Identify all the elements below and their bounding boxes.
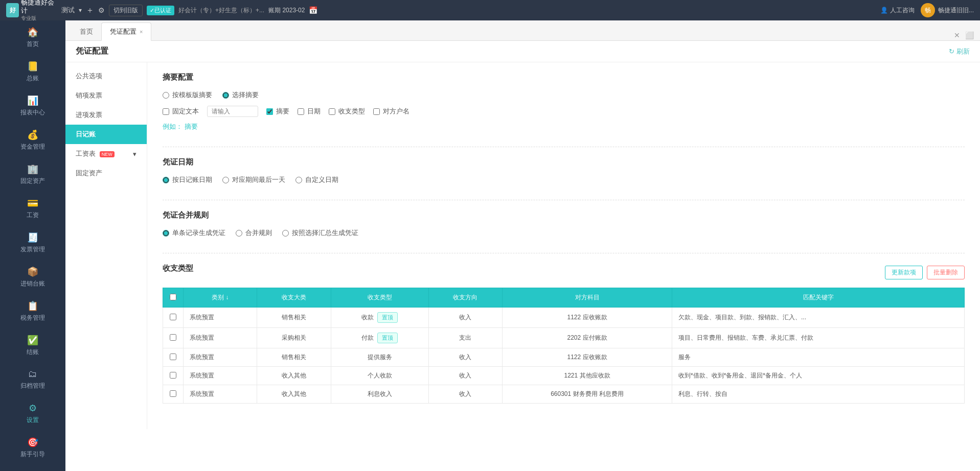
row4-subject: 1221 其他应收款 xyxy=(503,367,672,385)
col-category: 类别 ↓ xyxy=(184,288,257,308)
user-name: 畅捷通旧旧... xyxy=(938,6,974,15)
sidebar-item-assets[interactable]: 🏢 固定资产 xyxy=(0,157,65,192)
radio-selected-summary[interactable]: 按照选择汇总生成凭证 xyxy=(282,228,358,238)
top-tag-btn-row2[interactable]: 置顶 xyxy=(377,333,398,343)
row2-checkbox xyxy=(163,328,184,348)
tab-home-label: 首页 xyxy=(80,28,93,35)
settle-icon: ✅ xyxy=(27,335,38,346)
sidebar-item-funds[interactable]: 💰 资金管理 xyxy=(0,123,65,157)
page-title: 凭证配置 xyxy=(76,46,108,57)
checkbox-date[interactable]: 日期 xyxy=(298,107,321,116)
col-payment-type: 收支类型 xyxy=(331,288,428,308)
top-tag-btn-row1[interactable]: 置顶 xyxy=(377,312,398,323)
row2-keywords: 项目、日常费用、报销款、车费、承兑汇票、付款 xyxy=(672,328,965,348)
sidebar-item-member[interactable]: 👑 畅会员 xyxy=(0,465,65,471)
fixed-text-input[interactable] xyxy=(207,106,258,117)
old-version-button[interactable]: 切到旧版 xyxy=(109,5,143,16)
summary-section: 摘要配置 按模板版摘要 选择摘要 xyxy=(163,73,965,131)
col-counterparty-subject: 对方科目 xyxy=(503,288,672,308)
tabbar: 首页 凭证配置 × ✕ ⬜ xyxy=(65,20,980,41)
invoices-icon: 🧾 xyxy=(27,232,38,243)
row4-direction: 收入 xyxy=(428,367,502,385)
settings-sidebar-icon: ⚙ xyxy=(29,403,37,414)
consult-button[interactable]: 👤 人工咨询 xyxy=(880,6,915,15)
merge-rules-title: 凭证合并规则 xyxy=(163,210,965,220)
update-button[interactable]: 更新款项 xyxy=(885,266,923,279)
sidebar-item-guide[interactable]: 🎯 新手引导 xyxy=(0,431,65,465)
calendar-icon[interactable]: 📅 xyxy=(309,6,317,14)
tab-voucher-config[interactable]: 凭证配置 × xyxy=(101,22,151,41)
add-icon[interactable]: ＋ xyxy=(86,5,94,16)
dropdown-arrow-icon[interactable]: ▾ xyxy=(79,7,82,14)
tab-home[interactable]: 首页 xyxy=(72,23,101,40)
sidebar-label-assets: 固定资产 xyxy=(20,177,45,185)
payment-types-table: 类别 ↓ 收支大类 收支类型 收支方向 xyxy=(163,288,965,404)
radio-period-last[interactable]: 对应期间最后一天 xyxy=(222,175,285,184)
logo-text-block: 畅捷通好会计 专业版 xyxy=(21,0,57,22)
batch-delete-button[interactable]: 批量删除 xyxy=(927,266,965,279)
window-close-icon[interactable]: ✕ xyxy=(954,31,960,39)
col-major-type: 收支大类 xyxy=(257,288,331,308)
select-all-checkbox[interactable] xyxy=(170,294,176,300)
row5-checkbox xyxy=(163,385,184,404)
divider-3 xyxy=(163,253,965,253)
row4-category: 系统预置 xyxy=(184,367,257,385)
col-checkbox xyxy=(163,288,184,308)
consult-icon: 👤 xyxy=(880,7,888,14)
sidebar-item-archive[interactable]: 🗂 归档管理 xyxy=(0,363,65,396)
certified-badge: ✓已认证 xyxy=(147,6,174,15)
radio-single-record[interactable]: 单条记录生成凭证 xyxy=(163,228,225,238)
ledger-icon: 📒 xyxy=(27,61,38,72)
row1-keywords: 欠款、现金、项目款、到款、报销款、汇入、... xyxy=(672,308,965,328)
row2-category: 系统预置 xyxy=(184,328,257,348)
checkbox-payment-type[interactable]: 收支类型 xyxy=(329,107,365,116)
sidebar-item-invoices[interactable]: 🧾 发票管理 xyxy=(0,226,65,260)
sidebar-item-reports[interactable]: 📊 报表中心 xyxy=(0,89,65,123)
left-nav-purchase-invoice[interactable]: 进项发票 xyxy=(65,105,147,125)
sidebar-item-salary[interactable]: 💳 工资 xyxy=(0,192,65,226)
left-nav-sales-invoice[interactable]: 销项发票 xyxy=(65,86,147,105)
new-badge: NEW xyxy=(100,151,115,157)
topbar-center: 测试 ▾ ＋ ⚙ 切到旧版 ✓已认证 好会计（专）+好生意（标）+... 账期 … xyxy=(61,5,876,16)
refresh-icon: ↻ xyxy=(949,48,954,55)
sidebar-label-salary: 工资 xyxy=(27,211,39,220)
radio-custom-date[interactable]: 自定义日期 xyxy=(295,175,338,184)
window-maximize-icon[interactable]: ⬜ xyxy=(965,31,974,39)
user-menu[interactable]: 畅 畅捷通旧旧... xyxy=(921,3,974,17)
sidebar-item-settings[interactable]: ⚙ 设置 xyxy=(0,396,65,431)
checkbox-fixed-text[interactable]: 固定文本 xyxy=(163,107,199,116)
sidebar-item-tax[interactable]: 📋 税务管理 xyxy=(0,294,65,328)
left-nav-fixed-assets[interactable]: 固定资产 xyxy=(65,163,147,183)
left-nav-public[interactable]: 公共选项 xyxy=(65,66,147,86)
radio-template-summary[interactable]: 按模板版摘要 xyxy=(163,90,212,100)
sidebar-item-purchase[interactable]: 📦 进销台账 xyxy=(0,260,65,294)
radio-merge-rules[interactable]: 合并规则 xyxy=(236,228,272,238)
checkbox-summary[interactable]: 摘要 xyxy=(266,107,289,116)
sidebar-item-settle[interactable]: ✅ 结账 xyxy=(0,328,65,363)
settings-icon[interactable]: ⚙ xyxy=(98,6,105,14)
refresh-button[interactable]: ↻ 刷新 xyxy=(949,47,970,56)
tab-close-icon[interactable]: × xyxy=(140,29,143,35)
example-text: 例如： 摘要 xyxy=(163,122,965,131)
payment-types-header: 收支类型 更新款项 批量删除 xyxy=(163,264,965,281)
sidebar-label-ledger: 总账 xyxy=(27,74,39,83)
sidebar-item-ledger[interactable]: 📒 总账 xyxy=(0,55,65,89)
summary-radio-group: 按模板版摘要 选择摘要 xyxy=(163,90,965,100)
sidebar-item-home[interactable]: 🏠 首页 xyxy=(0,20,65,55)
avatar: 畅 xyxy=(921,3,935,17)
assets-icon: 🏢 xyxy=(27,163,38,175)
row5-keywords: 利息、行转、按自 xyxy=(672,385,965,404)
radio-journal-date[interactable]: 按日记账日期 xyxy=(163,175,212,184)
row4-keywords: 收到*借款、收到*备用金、退回*备用金、个人 xyxy=(672,367,965,385)
left-nav-payroll[interactable]: 工资表 NEW ▾ xyxy=(65,144,147,163)
table-row: 系统预置 采购相关 付款 置顶 支出 2202 应付账款 项目、日常费用、报销款… xyxy=(163,328,965,348)
row1-direction: 收入 xyxy=(428,308,502,328)
reports-icon: 📊 xyxy=(27,95,38,106)
left-nav-journal[interactable]: 日记账 xyxy=(65,125,147,144)
topbar: 好 畅捷通好会计 专业版 测试 ▾ ＋ ⚙ 切到旧版 ✓已认证 好会计（专）+好… xyxy=(0,0,980,20)
row1-checkbox xyxy=(163,308,184,328)
merge-rules-section: 凭证合并规则 单条记录生成凭证 合并规则 xyxy=(163,210,965,238)
radio-select-summary[interactable]: 选择摘要 xyxy=(222,90,259,100)
voucher-date-title: 凭证日期 xyxy=(163,157,965,167)
checkbox-counterparty[interactable]: 对方户名 xyxy=(373,107,409,116)
